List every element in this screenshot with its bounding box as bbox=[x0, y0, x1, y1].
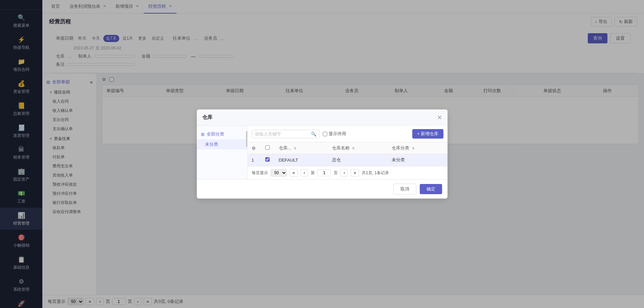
col-warehouse-code: 仓库... ⇅ bbox=[275, 142, 328, 154]
modal-footer: 取消 确定 bbox=[197, 179, 448, 199]
sort-icon: ⇅ bbox=[294, 146, 296, 150]
modal-category-unclassified[interactable]: 未分类 bbox=[197, 139, 247, 149]
modal-total-label: 共1页, 1条记录 bbox=[362, 170, 389, 176]
modal-page-label: 第 bbox=[311, 170, 315, 176]
add-warehouse-button[interactable]: + 新增仓库 bbox=[412, 129, 443, 139]
row-index: 1 bbox=[248, 154, 261, 166]
modal-header: 仓库 ✕ bbox=[197, 109, 448, 126]
grid2-icon: ⊞ bbox=[201, 132, 205, 137]
row-checkbox[interactable] bbox=[261, 154, 275, 166]
modal-search-box[interactable]: 🔍 bbox=[252, 130, 319, 138]
modal-confirm-button[interactable]: 确定 bbox=[420, 184, 442, 194]
sort-icon: ⇅ bbox=[412, 146, 415, 150]
col-warehouse-name: 仓库名称 ⇅ bbox=[328, 142, 388, 154]
modal-left-title[interactable]: ⊞ 全部分类 bbox=[197, 129, 247, 139]
row-category: 未分类 bbox=[388, 154, 447, 166]
modal-page-last[interactable]: » bbox=[351, 169, 359, 177]
show-disabled-checkbox-label[interactable]: 显示停用 bbox=[323, 131, 346, 137]
modal-right-panel: 🔍 显示停用 + 新增仓库 ⚙ bbox=[248, 126, 448, 179]
row-name: 总仓 bbox=[328, 154, 388, 166]
col-checkbox bbox=[261, 142, 275, 154]
modal-cancel-button[interactable]: 取消 bbox=[393, 184, 416, 194]
warehouse-modal: 仓库 ✕ ⊞ 全部分类 未分类 🔍 bbox=[197, 109, 448, 199]
modal-page-first[interactable]: « bbox=[290, 169, 298, 177]
col-warehouse-category: 仓库分类 ⇅ bbox=[388, 142, 447, 154]
modal-title: 仓库 bbox=[202, 114, 212, 121]
modal-warehouse-table: ⚙ 仓库... ⇅ 仓库名称 ⇅ bbox=[248, 142, 448, 166]
modal-body: ⊞ 全部分类 未分类 🔍 显示停用 bbox=[197, 126, 448, 179]
modal-select-all[interactable] bbox=[265, 145, 270, 150]
modal-close-button[interactable]: ✕ bbox=[437, 115, 442, 121]
modal-pagination: 每页显示 50 « ‹ 第 页 › » 共1页, 1条记录 bbox=[248, 166, 448, 179]
table-row[interactable]: 1 DEFAULT 总仓 未分类 bbox=[248, 154, 448, 166]
row-code: DEFAULT bbox=[275, 154, 328, 166]
sort-icon: ⇅ bbox=[352, 146, 355, 150]
modal-per-page-select[interactable]: 50 bbox=[271, 169, 287, 177]
show-disabled-checkbox[interactable] bbox=[323, 132, 327, 136]
modal-page-prev[interactable]: ‹ bbox=[300, 169, 308, 177]
search-icon: 🔍 bbox=[311, 131, 316, 137]
col-gear: ⚙ bbox=[248, 142, 261, 154]
modal-page-input[interactable] bbox=[317, 169, 331, 176]
modal-toolbar: 🔍 显示停用 + 新增仓库 bbox=[248, 126, 448, 142]
modal-overlay: 仓库 ✕ ⊞ 全部分类 未分类 🔍 bbox=[0, 0, 644, 308]
modal-page-label-2: 页 bbox=[334, 170, 338, 176]
modal-table-area: ⚙ 仓库... ⇅ 仓库名称 ⇅ bbox=[248, 142, 448, 166]
modal-per-page-label: 每页显示 bbox=[252, 170, 268, 176]
modal-search-input[interactable] bbox=[255, 131, 309, 137]
modal-left-panel: ⊞ 全部分类 未分类 bbox=[197, 126, 248, 179]
modal-page-next[interactable]: › bbox=[340, 169, 348, 177]
